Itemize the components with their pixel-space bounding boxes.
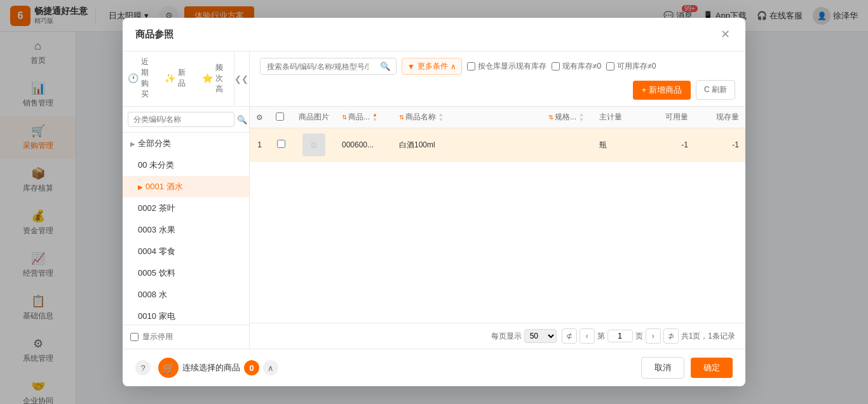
- cat-item-fruit[interactable]: 0003 水果: [123, 219, 249, 241]
- product-search-button[interactable]: 🔍: [375, 58, 396, 74]
- row-name: 白酒100ml: [393, 128, 542, 162]
- arrow-icon: ▶: [138, 184, 143, 191]
- clock-icon: 🕐: [128, 73, 139, 83]
- category-panel: 🕐 近期购买 ✨ 新品 ⭐ 频次高 ❮❮ 🔍: [123, 51, 250, 349]
- star-icon: ⭐: [202, 73, 213, 83]
- avail-nz-checkbox[interactable]: [606, 62, 614, 71]
- tab-recent-buy[interactable]: 🕐 近期购买: [123, 51, 159, 106]
- stock-nz-checkbox[interactable]: [552, 62, 560, 71]
- cat-label: 0001 酒水: [146, 181, 183, 192]
- refresh-button[interactable]: C 刷新: [696, 80, 735, 100]
- modal-body: 🕐 近期购买 ✨ 新品 ⭐ 频次高 ❮❮ 🔍: [123, 51, 745, 349]
- page-size-selector: 每页显示 10 20 50 100: [491, 329, 557, 343]
- filter-label: 更多条件: [417, 61, 448, 72]
- stock-nz-text: 现有库存≠0: [562, 61, 601, 72]
- cat-item-alcohol[interactable]: ▶ 0001 酒水: [123, 176, 249, 198]
- cat-item-appliance[interactable]: 0010 家电: [123, 306, 249, 325]
- pagination-bar: 每页显示 10 20 50 100 ⊄ ‹ 第 页 › ⊅ 共: [250, 323, 745, 349]
- page-number-input[interactable]: [607, 330, 633, 342]
- modal-close-button[interactable]: ✕: [717, 27, 733, 42]
- category-tabs: 🕐 近期购买 ✨ 新品 ⭐ 频次高 ❮❮: [123, 51, 249, 107]
- th-available[interactable]: 可用量: [644, 107, 695, 128]
- cancel-button[interactable]: 取消: [641, 357, 684, 379]
- row-spec: [542, 128, 593, 162]
- cat-item-tea[interactable]: 0002 茶叶: [123, 198, 249, 219]
- show-disabled-area: 显示停用: [123, 325, 249, 349]
- sort-icon-left: ⇅: [342, 114, 347, 121]
- cat-label: 0004 零食: [138, 246, 175, 257]
- cart-icon[interactable]: 🛒: [158, 358, 179, 378]
- th-check: [269, 107, 292, 128]
- th-code[interactable]: ⇅ 商品... ▲ ▼: [336, 107, 393, 128]
- warehouse-filter-text: 按仓库显示现有库存: [478, 61, 546, 72]
- th-stock[interactable]: 现存量: [695, 107, 745, 128]
- total-info: 共1页，1条记录: [681, 331, 735, 342]
- settings-icon[interactable]: ⚙: [256, 113, 263, 122]
- product-toolbar: 🔍 ▼ 更多条件 ∧ 按仓库显示现有库存 现有库存≠0 可用库存≠0: [250, 51, 745, 107]
- cat-item-uncategorized[interactable]: 00 未分类: [123, 154, 249, 176]
- expand-cart-button[interactable]: ∧: [263, 360, 278, 375]
- cat-item-beverage[interactable]: 0005 饮料: [123, 262, 249, 284]
- th-unit[interactable]: 主计量: [593, 107, 644, 128]
- tab-new[interactable]: ✨ 新品: [159, 51, 196, 106]
- page-size-label: 每页显示: [491, 331, 522, 342]
- cat-label: 0010 家电: [138, 311, 175, 322]
- spec-sort-icon[interactable]: ▲ ▼: [579, 112, 584, 123]
- modal-title: 商品参照: [135, 29, 173, 41]
- page-navigation: ⊄ ‹ 第 页 › ⊅ 共1页，1条记录: [562, 328, 735, 344]
- cat-label: 0005 饮料: [138, 267, 175, 279]
- th-stock-label: 现存量: [716, 112, 739, 123]
- confirm-button[interactable]: 确定: [691, 358, 733, 378]
- more-filter-button[interactable]: ▼ 更多条件 ∧: [402, 58, 462, 75]
- category-search: 🔍: [123, 107, 249, 133]
- select-all-checkbox[interactable]: [276, 112, 284, 121]
- cat-item-water[interactable]: 0008 水: [123, 284, 249, 306]
- prev-page-button[interactable]: ‹: [580, 328, 595, 344]
- product-thumbnail: 🖼: [302, 133, 325, 156]
- cat-label: 00 未分类: [138, 159, 174, 171]
- cat-label: 0003 水果: [138, 224, 175, 236]
- stock-nz-filter-label[interactable]: 现有库存≠0: [552, 61, 601, 72]
- product-search-box: 🔍: [260, 58, 397, 75]
- sort-icon-left: ⇅: [548, 114, 553, 121]
- product-table-wrap: ⚙ 商品图片: [250, 107, 745, 323]
- product-reference-modal: 商品参照 ✕ 🕐 近期购买 ✨ 新品 ⭐ 频次高 ❮❮: [123, 18, 745, 386]
- row-stock: -1: [695, 128, 745, 162]
- page-label-2: 页: [635, 331, 643, 342]
- category-search-input[interactable]: [128, 112, 234, 127]
- show-disabled-checkbox[interactable]: [130, 333, 139, 341]
- name-sort-icon[interactable]: ▲ ▼: [438, 112, 444, 123]
- th-settings: ⚙: [250, 107, 269, 128]
- last-page-button[interactable]: ⊅: [663, 328, 679, 344]
- collapse-panel-button[interactable]: ❮❮: [234, 51, 249, 106]
- warehouse-filter-checkbox[interactable]: [467, 62, 475, 71]
- avail-nz-filter-label[interactable]: 可用库存≠0: [606, 61, 656, 72]
- table-header: ⚙ 商品图片: [250, 107, 745, 128]
- th-image: 商品图片: [292, 107, 336, 128]
- row-check: [269, 128, 292, 162]
- category-list: ▶ 全部分类 00 未分类 ▶ 0001 酒水 0002 茶叶 0003 水果: [123, 133, 249, 325]
- cat-item-snack[interactable]: 0004 零食: [123, 241, 249, 262]
- show-disabled-label[interactable]: 显示停用: [142, 332, 173, 342]
- search-icon: 🔍: [237, 115, 247, 125]
- table-row[interactable]: 1 🖼 000600... 白酒100ml 瓶 -1: [250, 128, 745, 162]
- tab-recent-label: 近期购买: [141, 57, 154, 100]
- th-name[interactable]: ⇅ 商品名称 ▲ ▼: [393, 107, 542, 128]
- page-size-select[interactable]: 10 20 50 100: [524, 329, 557, 343]
- add-product-button[interactable]: + 新增商品: [633, 81, 691, 100]
- avail-nz-text: 可用库存≠0: [617, 61, 656, 72]
- th-unit-label: 主计量: [599, 112, 622, 123]
- tab-frequent[interactable]: ⭐ 频次高: [197, 51, 234, 106]
- code-sort-icon[interactable]: ▲ ▼: [372, 112, 377, 123]
- warehouse-filter-label[interactable]: 按仓库显示现有库存: [467, 61, 546, 72]
- first-page-button[interactable]: ⊄: [562, 328, 577, 344]
- th-image-label: 商品图片: [299, 112, 329, 123]
- th-spec[interactable]: ⇅ 规格... ▲ ▼: [542, 107, 593, 128]
- product-search-input[interactable]: [261, 59, 375, 74]
- cat-item-all[interactable]: ▶ 全部分类: [123, 133, 249, 154]
- next-page-button[interactable]: ›: [646, 328, 661, 344]
- th-name-label: 商品名称: [405, 112, 436, 123]
- row-checkbox[interactable]: [277, 140, 285, 148]
- help-button[interactable]: ?: [135, 360, 151, 375]
- th-spec-label: 规格...: [555, 112, 576, 123]
